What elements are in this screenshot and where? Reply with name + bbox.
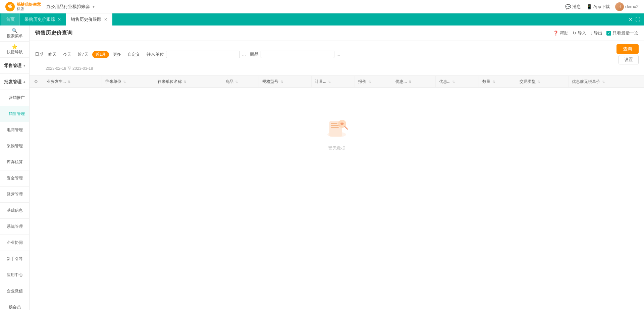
tab-purchase[interactable]: 采购历史价跟踪 ✕ (20, 13, 66, 25)
sidebar-item-operations[interactable]: 经营管理 (0, 187, 29, 203)
column-pre-tax[interactable]: 优惠前无税单价 ⇅ (569, 76, 644, 88)
column-partner-name[interactable]: 往来单位名称 ⇅ (154, 76, 222, 88)
column-unit[interactable]: 计量... ⇅ (311, 76, 355, 88)
sort-partner-name-icon: ⇅ (183, 80, 186, 84)
product-label: 商品 (250, 51, 259, 57)
message-icon: 💬 (565, 4, 571, 9)
tab-bar-right: ✕ ⛶ (629, 17, 643, 22)
settings-button[interactable]: 设置 (619, 55, 639, 64)
maximize-button[interactable]: ⛶ (635, 17, 640, 22)
column-gear[interactable]: ⚙ (30, 76, 43, 88)
export-icon: ↓ (590, 31, 593, 36)
tab-purchase-label: 采购历史价跟踪 (24, 16, 55, 22)
sort-pre-tax-icon: ⇅ (602, 80, 605, 84)
column-product[interactable]: 商品 ⇅ (222, 76, 259, 88)
tab-home[interactable]: 首页 (1, 13, 20, 25)
product-dots-icon[interactable]: ... (336, 52, 340, 57)
date-btn-yesterday[interactable]: 昨天 (46, 51, 59, 58)
sidebar-item-member[interactable]: 畅会员 (0, 299, 29, 310)
dropdown-icon[interactable]: ▾ (93, 4, 95, 9)
column-biz-date[interactable]: 业务发生... ⇅ (43, 76, 102, 88)
sidebar-item-marketing[interactable]: 营销推广 (0, 90, 29, 106)
app-download-button[interactable]: 📱 App下载 (586, 4, 610, 10)
tab-purchase-close[interactable]: ✕ (58, 17, 61, 22)
message-button[interactable]: 💬 消息 (565, 4, 581, 10)
svg-line-7 (345, 126, 347, 129)
column-qty[interactable]: 数量 ⇅ (479, 76, 516, 88)
data-table: ⚙ 业务发生... ⇅ 往来单位 ⇅ 往来单位名称 ⇅ (30, 76, 644, 88)
query-button[interactable]: 查询 (616, 44, 639, 54)
tab-sales-label: 销售历史价跟踪 (71, 16, 101, 22)
sidebar-item-guide[interactable]: 新手引导 (0, 251, 29, 267)
gear-icon[interactable]: ⚙ (33, 79, 39, 85)
logo-area: 畅 畅捷信好生意 标版 (5, 2, 41, 11)
sidebar-item-retail[interactable]: 零售管理 ▾ (0, 58, 29, 74)
page-header: 销售历史价查询 ❓ 帮助 ↻ 导入 ↓ 导出 (30, 25, 644, 41)
column-spec[interactable]: 规格型号 ⇅ (259, 76, 311, 88)
product-filter-group: 商品 ... (250, 51, 340, 58)
sort-partner-code-icon: ⇅ (123, 80, 126, 84)
empty-state: 暂无数据 (30, 88, 644, 178)
export-button[interactable]: ↓ 导出 (590, 30, 603, 36)
column-quote[interactable]: 报价 ⇅ (355, 76, 392, 88)
partner-label: 往来单位 (147, 51, 164, 57)
date-btn-custom[interactable]: 自定义 (125, 51, 143, 58)
wholesale-chevron-icon: ▴ (23, 80, 25, 84)
date-btn-1month[interactable]: 近1月 (92, 51, 109, 58)
sidebar-item-search[interactable]: 🔍 搜索菜单 (0, 25, 29, 42)
sidebar-item-wechat[interactable]: 企业微信 (0, 283, 29, 299)
user-avatar: d (615, 2, 624, 11)
top-bar: 畅 畅捷信好生意 标版 办公用品行业模拟账套 ▾ 💬 消息 📱 App下载 d … (0, 0, 644, 13)
page-actions: ❓ 帮助 ↻ 导入 ↓ 导出 只看最后一次 (553, 30, 639, 36)
sidebar-item-basic[interactable]: 基础信息 (0, 203, 29, 219)
user-profile[interactable]: d demo2 (615, 2, 639, 11)
sidebar-item-wholesale[interactable]: 批发管理 ▴ (0, 74, 29, 90)
only-last-checkbox-label[interactable]: 只看最后一次 (606, 30, 639, 36)
sidebar-item-ecommerce[interactable]: 电商管理 (0, 122, 29, 138)
sidebar-item-purchase[interactable]: 采购管理 (0, 138, 29, 154)
sidebar-item-sales-mgr[interactable]: 销售管理 (0, 106, 29, 122)
tab-sales-close[interactable]: ✕ (104, 17, 107, 22)
column-trade-type[interactable]: 交易类型 ⇅ (516, 76, 569, 88)
product-input[interactable] (261, 51, 334, 58)
sort-biz-date-icon: ⇅ (68, 80, 70, 84)
action-buttons: 查询 设置 (616, 44, 639, 64)
search-icon: 🔍 (12, 28, 17, 33)
column-discount1[interactable]: 优惠... ⇅ (392, 76, 436, 88)
sort-unit-icon: ⇅ (328, 80, 331, 84)
page-title-row: 销售历史价查询 ❓ 帮助 ↻ 导入 ↓ 导出 (35, 30, 639, 37)
only-last-checkbox[interactable] (606, 31, 611, 36)
sidebar-item-inventory[interactable]: 库存核算 (0, 154, 29, 170)
sidebar-item-system[interactable]: 系统管理 (0, 219, 29, 235)
table-container: ⚙ 业务发生... ⇅ 往来单位 ⇅ 往来单位名称 ⇅ (30, 76, 644, 310)
tab-sales[interactable]: 销售历史价跟踪 ✕ (66, 13, 112, 25)
logo-text: 畅捷信好生意 标版 (17, 2, 41, 11)
date-btn-more[interactable]: 更多 (110, 51, 124, 58)
date-range-display: 2023-02-18 至 2023-03-18 (44, 66, 639, 71)
help-button[interactable]: ❓ 帮助 (553, 30, 569, 36)
partner-input[interactable] (166, 51, 240, 58)
top-bar-right: 💬 消息 📱 App下载 d demo2 (565, 2, 639, 11)
date-btn-7days[interactable]: 近7天 (75, 51, 91, 58)
main-layout: 🔍 搜索菜单 ⭐ 快捷导航 零售管理 ▾ 批发管理 ▴ 营销推广 销售管理 电商… (0, 25, 644, 310)
date-btn-today[interactable]: 今天 (60, 51, 74, 58)
partner-dots-icon[interactable]: ... (242, 52, 246, 57)
download-icon: 📱 (586, 4, 592, 9)
sidebar-item-enterprise[interactable]: 企业协同 (0, 235, 29, 251)
page-title: 销售历史价查询 (35, 30, 72, 37)
filter-area: 日期 昨天 今天 近7天 近1月 更多 自定义 往来单位 ... (30, 41, 644, 76)
sidebar-item-apps[interactable]: 应用中心 (0, 267, 29, 283)
sort-discount1-icon: ⇅ (409, 80, 411, 84)
tab-bar: 首页 采购历史价跟踪 ✕ 销售历史价跟踪 ✕ ✕ ⛶ (0, 13, 644, 25)
sidebar-item-shortcut[interactable]: ⭐ 快捷导航 (0, 42, 29, 58)
column-partner-code[interactable]: 往来单位 ⇅ (102, 76, 154, 88)
close-all-tabs-button[interactable]: ✕ (629, 17, 633, 22)
import-button[interactable]: ↻ 导入 (573, 30, 586, 36)
sidebar-item-finance[interactable]: 资金管理 (0, 170, 29, 187)
partner-filter-group: 往来单位 ... (147, 51, 246, 58)
app-title: 办公用品行业模拟账套 (46, 4, 90, 10)
retail-chevron-icon: ▾ (23, 64, 25, 67)
import-icon: ↻ (573, 31, 576, 36)
date-label: 日期 (35, 51, 44, 57)
column-discount2[interactable]: 优惠... ⇅ (435, 76, 479, 88)
